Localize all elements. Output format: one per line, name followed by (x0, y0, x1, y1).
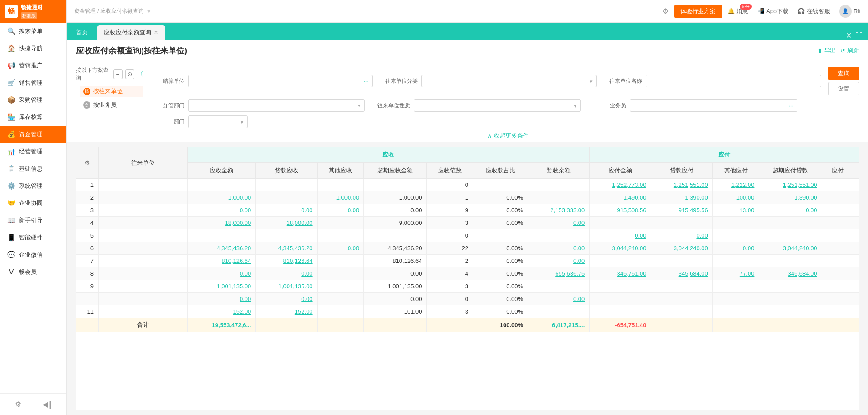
row-ap-amount[interactable]: 1,252,773.00 (590, 179, 651, 191)
row-prepay[interactable] (528, 179, 590, 191)
row-overdue-ap[interactable] (759, 305, 822, 318)
row-other-ar[interactable] (317, 280, 364, 293)
row-ap-amount[interactable] (590, 217, 651, 229)
row-other-ap[interactable] (712, 255, 759, 267)
row-ar-amount[interactable]: 1,000.00 (187, 191, 256, 204)
row-ar-amount[interactable]: 152.00 (187, 305, 256, 318)
row-loan-ar[interactable]: 0.00 (256, 293, 317, 305)
row-other-ar[interactable] (317, 293, 364, 305)
row-prepay[interactable]: 0.00 (528, 293, 590, 305)
row-other-ap[interactable]: 1,222.00 (712, 179, 759, 191)
row-other-ar[interactable] (317, 305, 364, 318)
row-ar-amount[interactable]: 810,126.64 (187, 255, 256, 267)
row-ap-amount[interactable] (590, 293, 651, 305)
app-download-button[interactable]: 📲 App下载 (757, 7, 788, 15)
footer-prepay[interactable]: 6,417,215.... (528, 318, 590, 332)
tab-query[interactable]: 应收应付余额查询 ✕ (97, 25, 165, 40)
row-overdue-ap[interactable]: 345,684.00 (759, 267, 822, 280)
row-prepay[interactable]: 655,636.75 (528, 267, 590, 280)
header-gear-icon[interactable]: ⚙ (662, 7, 669, 15)
row-prepay[interactable] (528, 280, 590, 293)
row-loan-ar[interactable]: 18,000.00 (256, 217, 317, 229)
collapse-button[interactable]: ◀‖ (41, 398, 53, 410)
row-ap-amount[interactable]: 1,490.00 (590, 191, 651, 204)
row-overdue-ap[interactable] (759, 229, 822, 242)
sidebar-item-purchase[interactable]: 📦 采购管理 (0, 91, 66, 109)
row-loan-ap[interactable]: 0.00 (651, 229, 712, 242)
row-ap-amount[interactable]: 3,044,240.00 (590, 242, 651, 255)
row-loan-ap[interactable] (651, 293, 712, 305)
row-overdue-ap[interactable] (759, 217, 822, 229)
sidebar-item-quick[interactable]: 🏠 快捷导航 (0, 40, 66, 57)
row-overdue-ap[interactable]: 1,390.00 (759, 191, 822, 204)
row-prepay[interactable]: 2,153,333.00 (528, 204, 590, 217)
unit-name-input[interactable] (646, 75, 821, 87)
row-loan-ap[interactable] (651, 280, 712, 293)
row-loan-ar[interactable]: 4,345,436.20 (256, 242, 317, 255)
refresh-button[interactable]: ↺ 刷新 (840, 47, 859, 55)
dept-manage-input[interactable]: ▾ (188, 99, 365, 112)
row-other-ar[interactable] (317, 229, 364, 242)
unit-category-input[interactable]: ▾ (421, 75, 597, 87)
row-ar-amount[interactable]: 1,001,135.00 (187, 280, 256, 293)
row-other-ap[interactable]: 0.00 (712, 242, 759, 255)
row-ar-amount[interactable]: 0.00 (187, 204, 256, 217)
promo-button[interactable]: 体验行业方案 (674, 5, 722, 18)
row-ar-amount[interactable]: 4,345,436.20 (187, 242, 256, 255)
row-loan-ap[interactable]: 1,390.00 (651, 191, 712, 204)
row-overdue-ap[interactable] (759, 255, 822, 267)
tab-close-icon[interactable]: ✕ (154, 29, 158, 36)
row-prepay[interactable]: 0.00 (528, 242, 590, 255)
user-profile[interactable]: 👤 Rit (839, 5, 861, 18)
unit-nature-input[interactable]: ▾ (414, 99, 581, 112)
settlement-dots-icon[interactable]: ··· (363, 78, 368, 85)
collapse-more-button[interactable]: ∧ 收起更多条件 (157, 130, 859, 142)
row-loan-ap[interactable]: 3,044,240.00 (651, 242, 712, 255)
row-other-ap[interactable]: 77.00 (712, 267, 759, 280)
row-other-ar[interactable]: 0.00 (317, 242, 364, 255)
online-service-button[interactable]: 🎧 在线客服 (797, 7, 830, 15)
row-ar-amount[interactable] (187, 229, 256, 242)
row-loan-ar[interactable]: 810,126.64 (256, 255, 317, 267)
row-loan-ap[interactable]: 345,684.00 (651, 267, 712, 280)
row-ap-amount[interactable] (590, 255, 651, 267)
footer-ar-amount[interactable]: 19,553,472,6... (187, 318, 256, 332)
sidebar-item-marketing[interactable]: 📢 营销推广 (0, 57, 66, 74)
row-other-ap[interactable] (712, 293, 759, 305)
row-other-ar[interactable] (317, 179, 364, 191)
query-button[interactable]: 查询 (828, 67, 859, 80)
scheme-add-button[interactable]: + (113, 69, 123, 79)
row-other-ar[interactable] (317, 267, 364, 280)
row-other-ap[interactable] (712, 305, 759, 318)
row-prepay[interactable] (528, 191, 590, 204)
sidebar-item-finance[interactable]: 💰 资金管理 (0, 126, 66, 143)
scheme-item-by-staff[interactable]: ⏱ 按业务员 (80, 99, 143, 111)
row-ap-amount[interactable] (590, 305, 651, 318)
row-ar-amount[interactable]: 0.00 (187, 267, 256, 280)
tab-maximize-icon[interactable]: ⛶ (855, 32, 863, 40)
scheme-item-by-unit[interactable]: 畅 按往来单位 (80, 86, 143, 97)
row-loan-ar[interactable]: 0.00 (256, 267, 317, 280)
breadcrumb-expand-icon[interactable]: ▾ (147, 8, 151, 14)
tab-home[interactable]: 首页 (67, 25, 97, 40)
sidebar-item-cooperation[interactable]: 🤝 企业协同 (0, 195, 66, 212)
row-prepay[interactable]: 0.00 (528, 217, 590, 229)
row-other-ap[interactable]: 100.00 (712, 191, 759, 204)
row-loan-ar[interactable] (256, 179, 317, 191)
row-prepay[interactable]: 0.00 (528, 255, 590, 267)
row-other-ap[interactable] (712, 229, 759, 242)
row-loan-ap[interactable] (651, 305, 712, 318)
notifications-button[interactable]: 🔔 消息 99+ (727, 7, 748, 15)
row-overdue-ap[interactable]: 1,251,551.00 (759, 179, 822, 191)
row-prepay[interactable] (528, 305, 590, 318)
row-loan-ap[interactable]: 915,495.56 (651, 204, 712, 217)
row-loan-ar[interactable]: 152.00 (256, 305, 317, 318)
row-loan-ap[interactable]: 1,251,551.00 (651, 179, 712, 191)
row-ap-amount[interactable]: 0.00 (590, 229, 651, 242)
row-overdue-ap[interactable]: 0.00 (759, 204, 822, 217)
row-other-ar[interactable]: 1,000.00 (317, 191, 364, 204)
row-loan-ar[interactable]: 0.00 (256, 204, 317, 217)
sidebar-item-inventory[interactable]: 🏪 库存核算 (0, 109, 66, 126)
row-overdue-ap[interactable] (759, 293, 822, 305)
export-button[interactable]: ⬆ 导出 (817, 47, 836, 55)
